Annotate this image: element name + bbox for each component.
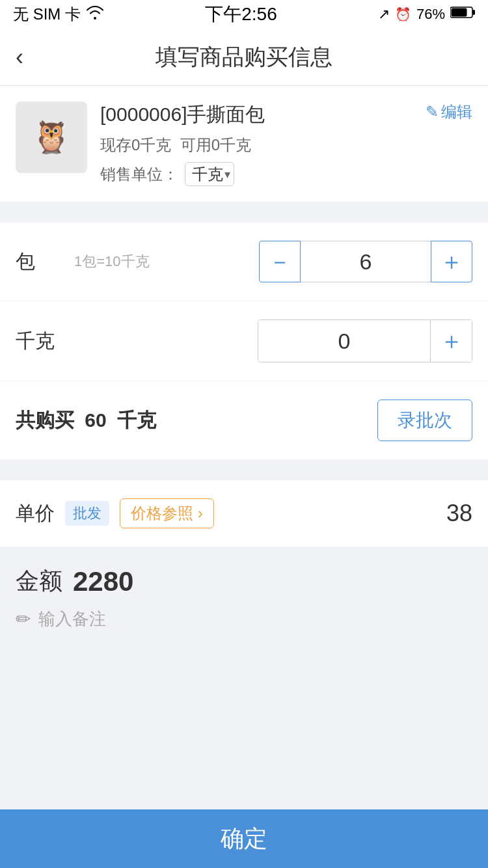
product-logo-icon: 🦉 (32, 119, 71, 156)
status-right: ↗ ⏰ 76% (378, 6, 475, 23)
alarm-icon: ⏰ (395, 7, 411, 22)
unit-select[interactable]: 千克 包 (185, 162, 234, 186)
bao-minus-button[interactable]: － (259, 241, 301, 282)
price-section: 单价 批发 价格参照 › 38 (0, 480, 488, 547)
edit-button[interactable]: ✎ 编辑 (426, 102, 472, 122)
price-reference-button[interactable]: 价格参照 › (120, 498, 214, 528)
amount-label: 金额 (16, 565, 62, 597)
amount-row: 金额 2280 (16, 565, 472, 597)
product-info: [0000006]手撕面包 ✎ 编辑 现存0千克 可用0千克 销售单位： 千克 … (100, 102, 472, 186)
status-bar: 无 SIM 卡 下午2:56 ↗ ⏰ 76% (0, 0, 488, 29)
svg-rect-2 (452, 8, 467, 17)
sim-label: 无 SIM 卡 (13, 4, 81, 25)
remark-icon: ✏ (16, 608, 31, 630)
back-button[interactable]: ‹ (16, 44, 23, 71)
bao-label: 包 (16, 249, 68, 275)
kg-row: 千克 ＋ (0, 301, 488, 381)
divider-2 (0, 459, 488, 470)
kg-plus-button[interactable]: ＋ (430, 320, 472, 362)
nav-bar: ‹ 填写商品购买信息 (0, 29, 488, 86)
bao-row: 包 1包=10千克 － ＋ (0, 223, 488, 301)
price-type-badge: 批发 (65, 501, 109, 526)
remark-placeholder: 输入备注 (38, 608, 106, 631)
record-batch-button[interactable]: 录批次 (377, 400, 472, 441)
product-stock: 现存0千克 可用0千克 (100, 135, 472, 156)
price-value: 38 (446, 500, 472, 527)
kg-controls: ＋ (258, 319, 472, 362)
price-row: 单价 批发 价格参照 › 38 (16, 498, 472, 528)
status-left: 无 SIM 卡 (13, 4, 104, 25)
location-icon: ↗ (378, 6, 390, 23)
battery-label: 76% (416, 6, 445, 23)
bao-plus-button[interactable]: ＋ (431, 241, 472, 282)
confirm-button[interactable]: 确定 (0, 809, 488, 868)
kg-input[interactable] (258, 320, 430, 362)
wifi-icon (86, 5, 104, 23)
amount-value: 2280 (73, 566, 133, 597)
summary-row: 共购买 60 千克 录批次 (0, 381, 488, 459)
bao-input[interactable] (301, 241, 431, 282)
bao-controls: － ＋ (259, 241, 472, 282)
product-name: [0000006]手撕面包 (100, 102, 265, 128)
product-unit-row: 销售单位： 千克 包 (100, 162, 472, 186)
bao-input-section: 包 1包=10千克 － ＋ 千克 ＋ (0, 223, 488, 381)
price-label: 单价 (16, 500, 55, 527)
amount-section: 金额 2280 ✏ 输入备注 (0, 547, 488, 641)
product-card: 🦉 [0000006]手撕面包 ✎ 编辑 现存0千克 可用0千克 销售单位： 千… (0, 86, 488, 202)
bao-hint: 1包=10千克 (74, 252, 150, 271)
unit-select-wrapper[interactable]: 千克 包 (185, 162, 234, 186)
edit-icon: ✎ (426, 103, 439, 121)
summary-text: 共购买 60 千克 (16, 407, 156, 434)
product-image: 🦉 (16, 102, 87, 173)
divider-1 (0, 212, 488, 223)
status-time: 下午2:56 (205, 2, 277, 27)
remark-row[interactable]: ✏ 输入备注 (16, 608, 472, 631)
svg-rect-1 (472, 10, 475, 15)
page-title: 填写商品购买信息 (156, 42, 332, 72)
kg-label: 千克 (16, 328, 68, 355)
battery-icon (450, 6, 475, 23)
